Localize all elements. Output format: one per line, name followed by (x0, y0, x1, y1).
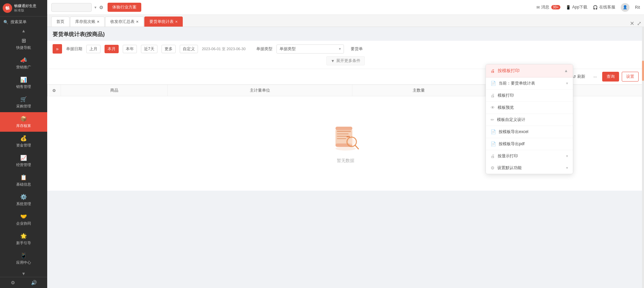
logo-text: 畅赚通好生意 标准版 (14, 3, 36, 13)
topbar-right: ✉ 消息 99+ 📱 App下载 🎧 在线客服 👤 Rit (536, 3, 640, 12)
sidebar-search[interactable]: 🔍 搜索菜单 (0, 17, 47, 28)
sidebar-logo: 畅 畅赚通好生意 标准版 (0, 0, 47, 17)
expand-icon: ▼ (331, 59, 335, 63)
sidebar-item-quick-nav[interactable]: ⊞ 快捷导航 (0, 34, 47, 54)
topbar: ▾ ⚙ 体验行业方案 ✉ 消息 99+ 📱 App下载 🎧 在线客服 👤 Rit (47, 0, 644, 15)
tab-collection-summary-close[interactable]: ✕ (136, 20, 139, 24)
customer-service-icon: 🎧 (593, 5, 598, 10)
svg-rect-5 (337, 138, 346, 139)
sidebar-item-purchase[interactable]: 🛒 采购管理 (0, 93, 47, 112)
right-scrollbar[interactable] (642, 27, 644, 288)
date-btn-this-month[interactable]: 本月 (105, 45, 119, 53)
template-preview-item[interactable]: 👁 模板预览 (486, 102, 573, 114)
logo-icon: 畅 (3, 3, 12, 13)
chevron-right-icon: » (56, 46, 59, 52)
export-excel-icon: 📄 (491, 129, 496, 134)
sidebar-item-marketing[interactable]: 📣 营销推广 (0, 54, 47, 73)
display-print-section[interactable]: 🖨 按显示打印 ▾ (486, 150, 573, 162)
select-chevron-icon: ▾ (339, 46, 341, 51)
date-btn-this-year[interactable]: 本年 (123, 45, 137, 53)
expand-conditions-btn[interactable]: ▼ 展开更多条件 (326, 56, 365, 65)
th-settings[interactable]: ⚙ (48, 85, 61, 96)
date-btn-more[interactable]: 更多 (162, 45, 176, 53)
operations-icon: 📈 (20, 155, 27, 161)
tab-expand-btn[interactable]: ⤢ (637, 20, 641, 27)
app-download-btn[interactable]: 📱 App下载 (566, 4, 587, 10)
customer-service-btn[interactable]: 🎧 在线客服 (593, 4, 615, 10)
svg-rect-2 (337, 131, 351, 132)
sidebar-scroll-down[interactable]: ▼ (0, 270, 47, 277)
message-btn[interactable]: ✉ 消息 99+ (536, 4, 560, 10)
finance-icon: 💰 (20, 135, 27, 141)
right-scrollbar-thumb[interactable] (642, 61, 644, 81)
sidebar-item-apps[interactable]: 📱 应用中心 (0, 249, 47, 268)
tab-collection-summary[interactable]: 收发存汇总表 ✕ (105, 17, 144, 27)
export-pdf-item[interactable]: 📄 按模板导出pdf (486, 138, 573, 150)
collab-icon: 🤝 (20, 213, 27, 220)
th-unit: 主计量单位 (168, 85, 352, 96)
sidebar-nav: ⊞ 快捷导航 📣 营销推广 📊 销售管理 🛒 采购管理 📦 库存核算 💰 资金管… (0, 34, 47, 270)
topbar-gear-icon[interactable]: ⚙ (99, 5, 104, 10)
apps-icon: 📱 (20, 252, 27, 259)
sidebar-bottom: ⚙ 🔊 (0, 277, 47, 288)
message-badge: 99+ (551, 5, 560, 9)
sidebar-item-collab[interactable]: 🤝 企业协同 (0, 210, 47, 229)
document-type-select[interactable]: 单据类型 ▾ (276, 44, 344, 54)
topbar-search-input[interactable] (51, 3, 92, 12)
sidebar-item-system[interactable]: ⚙️ 系统管理 (0, 190, 47, 210)
template-print-icon: 🖨 (491, 93, 495, 98)
template-print-item[interactable]: 🖨 模板打印 (486, 90, 573, 102)
experience-btn[interactable]: 体验行业方案 (108, 3, 141, 12)
purchase-icon: 🛒 (20, 96, 27, 102)
content-area: 要货单统计表(按商品) » 单据日期 上月 本月 本年 近7天 更多 自定义 2… (47, 27, 644, 288)
filter-expand-icon[interactable]: » (53, 44, 62, 54)
tab-close-all-btn[interactable]: ✕ (630, 20, 634, 27)
display-print-icon: 🖨 (491, 154, 495, 159)
tab-order-stats-close[interactable]: ✕ (175, 20, 178, 24)
print-dropdown-close-area[interactable]: ▲ (564, 68, 568, 73)
date-btn-custom[interactable]: 自定义 (180, 45, 198, 53)
sidebar: 畅 畅赚通好生意 标准版 🔍 搜索菜单 ▲ ⊞ 快捷导航 📣 营销推广 📊 销售… (0, 0, 47, 288)
filter-row-date: » 单据日期 上月 本月 本年 近7天 更多 自定义 2023-06-01 至 … (53, 44, 639, 54)
more-btn[interactable]: ··· (591, 73, 599, 81)
sidebar-scroll-up[interactable]: ▲ (0, 28, 47, 34)
template-design-item[interactable]: ✏ 模板自定义设计 (486, 114, 573, 126)
sidebar-audio-btn[interactable]: 🔊 (31, 280, 37, 285)
avatar[interactable]: 👤 (621, 3, 630, 12)
sidebar-item-inventory[interactable]: 📦 库存核算 (0, 112, 47, 132)
tab-batch-account-close[interactable]: ✕ (97, 20, 99, 24)
tab-batch-account[interactable]: 库存批次账 ✕ (70, 17, 105, 27)
template-preview-icon: 👁 (491, 105, 495, 110)
username-label: Rit (635, 5, 640, 10)
settings-btn[interactable]: 设置 (622, 72, 639, 82)
sidebar-item-guide[interactable]: 🌟 新手引导 (0, 229, 47, 249)
current-template-item[interactable]: 📄 当前：要货单统计表 ▾ (486, 77, 573, 90)
inventory-icon: 📦 (20, 116, 27, 122)
sidebar-item-finance[interactable]: 💰 资金管理 (0, 132, 47, 151)
quick-nav-icon: ⊞ (22, 37, 26, 44)
sidebar-item-operations[interactable]: 📈 经营管理 (0, 151, 47, 171)
topbar-chevron-icon[interactable]: ▾ (94, 5, 96, 10)
date-range-display: 2023-06-01 至 2023-06-30 (202, 46, 246, 52)
message-icon: ✉ (536, 5, 540, 10)
query-btn[interactable]: 查询 (602, 72, 619, 82)
export-excel-item[interactable]: 📄 按模板导出excel (486, 126, 573, 138)
tabs-bar: 首页 库存批次账 ✕ 收发存汇总表 ✕ 要货单统计表 ✕ ✕ ⤢ (47, 15, 644, 27)
svg-point-0 (335, 147, 356, 151)
default-settings-chevron-icon: ▾ (566, 166, 568, 170)
marketing-icon: 📣 (20, 57, 27, 63)
tab-home[interactable]: 首页 (51, 17, 69, 27)
date-btn-last-month[interactable]: 上月 (86, 45, 100, 53)
system-icon: ⚙️ (20, 194, 27, 200)
sidebar-item-basic[interactable]: 📋 基础信息 (0, 171, 47, 190)
guide-icon: 🌟 (20, 233, 27, 239)
default-settings-section[interactable]: ⚙ 设置默认功能 ▾ (486, 162, 573, 174)
date-btn-7days[interactable]: 近7天 (141, 45, 157, 53)
sidebar-settings-btn[interactable]: ⚙ (11, 280, 15, 285)
sidebar-item-sales[interactable]: 📊 销售管理 (0, 73, 47, 93)
default-settings-icon: ⚙ (491, 165, 495, 170)
tab-order-stats[interactable]: 要货单统计表 ✕ (144, 17, 183, 27)
sidebar-item-wechat[interactable]: 💬 企业微信 (0, 268, 47, 270)
print-dropdown-header: 🖨 按模板打印 ▲ (486, 64, 573, 77)
svg-rect-3 (337, 133, 349, 134)
